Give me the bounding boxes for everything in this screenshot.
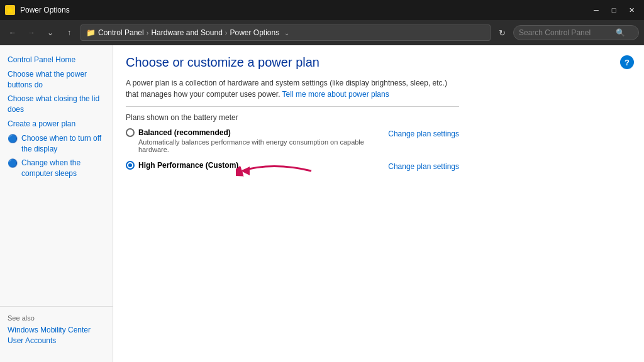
page-title: Choose or customize a power plan	[126, 55, 631, 70]
help-button[interactable]: ?	[620, 55, 634, 69]
sidebar-user-accounts[interactable]: User Accounts	[8, 336, 105, 345]
sidebar-item-create-plan[interactable]: Create a power plan	[0, 117, 113, 131]
sidebar-item-power-buttons[interactable]: Choose what the power buttons do	[0, 67, 113, 92]
description-text: A power plan is a collection of hardware…	[126, 77, 453, 100]
plans-label: Plans shown on the battery meter	[126, 113, 631, 122]
sidebar-item-label: Change when the computer sleeps	[21, 158, 105, 179]
search-box[interactable]: 🔍	[513, 25, 639, 40]
high-performance-plan-item: High Performance (Custom) Change plan se…	[126, 161, 459, 171]
see-also-label: See also	[8, 314, 105, 322]
learn-more-link[interactable]: Tell me more about power plans	[282, 90, 389, 99]
search-icon: 🔍	[616, 28, 625, 37]
title-bar: Power Options ─ □ ✕	[0, 0, 644, 20]
app-icon	[5, 5, 15, 15]
title-bar-left: Power Options	[5, 5, 70, 15]
close-button[interactable]: ✕	[624, 3, 639, 18]
sidebar-item-label: Create a power plan	[8, 119, 75, 129]
back-button[interactable]: ←	[5, 25, 20, 40]
svg-marker-0	[6, 7, 14, 14]
sidebar-item-turn-off-display[interactable]: 🔵 Choose when to turn off the display	[0, 131, 113, 156]
balanced-plan-item: Balanced (recommended) Automatically bal…	[126, 128, 459, 153]
svg-marker-2	[241, 167, 250, 175]
sidebar-item-label: Control Panel Home	[8, 55, 75, 65]
balanced-plan-radio-row: Balanced (recommended)	[126, 128, 388, 137]
high-performance-plan-left: High Performance (Custom)	[126, 161, 238, 170]
sidebar-mobility-center[interactable]: Windows Mobility Center	[8, 326, 105, 334]
sidebar-item-label: Choose what the power buttons do	[8, 69, 105, 90]
balanced-change-plan-link[interactable]: Change plan settings	[388, 129, 459, 138]
minimize-button[interactable]: ─	[589, 3, 604, 18]
turn-off-display-icon: 🔵	[8, 133, 18, 145]
sidebar-item-label: Choose what closing the lid does	[8, 94, 105, 115]
divider	[126, 106, 459, 107]
balanced-plan-name: Balanced (recommended)	[138, 128, 231, 137]
high-performance-radio[interactable]	[126, 161, 135, 170]
window-controls: ─ □ ✕	[589, 3, 639, 18]
sidebar-item-closing-lid[interactable]: Choose what closing the lid does	[0, 92, 113, 117]
high-performance-change-plan-link[interactable]: Change plan settings	[388, 162, 459, 171]
forward-button[interactable]: →	[24, 25, 39, 40]
sidebar-item-control-panel-home[interactable]: Control Panel Home	[0, 53, 113, 67]
search-input[interactable]	[519, 28, 613, 37]
arrow-annotation	[236, 158, 318, 185]
sidebar-item-label: Choose when to turn off the display	[21, 133, 105, 155]
refresh-button[interactable]: ↻	[494, 25, 509, 40]
balanced-radio[interactable]	[126, 128, 135, 137]
path-power-options: Power Options	[230, 28, 279, 37]
recent-button[interactable]: ⌄	[43, 25, 58, 40]
balanced-plan-desc: Automatically balances performance with …	[138, 138, 388, 153]
up-button[interactable]: ↑	[62, 25, 77, 40]
sidebar-bottom: See also Windows Mobility Center User Ac…	[0, 306, 113, 354]
path-dropdown-icon[interactable]: ⌄	[284, 30, 289, 36]
computer-sleeps-icon: 🔵	[8, 158, 18, 169]
high-performance-plan-name: High Performance (Custom)	[138, 161, 238, 170]
high-performance-radio-row: High Performance (Custom)	[126, 161, 238, 170]
address-bar: ← → ⌄ ↑ 📁 Control Panel › Hardware and S…	[0, 20, 644, 45]
sidebar-item-computer-sleeps[interactable]: 🔵 Change when the computer sleeps	[0, 156, 113, 181]
maximize-button[interactable]: □	[606, 3, 621, 18]
address-path[interactable]: 📁 Control Panel › Hardware and Sound › P…	[80, 25, 491, 41]
content-area: ? Choose or customize a power plan A pow…	[113, 45, 644, 362]
window-title: Power Options	[20, 6, 70, 14]
balanced-plan-left: Balanced (recommended) Automatically bal…	[126, 128, 388, 153]
sidebar: Control Panel Home Choose what the power…	[0, 45, 113, 362]
path-control-panel[interactable]: Control Panel	[98, 28, 144, 37]
path-hardware-sound[interactable]: Hardware and Sound	[151, 28, 222, 37]
main-container: Control Panel Home Choose what the power…	[0, 45, 644, 362]
